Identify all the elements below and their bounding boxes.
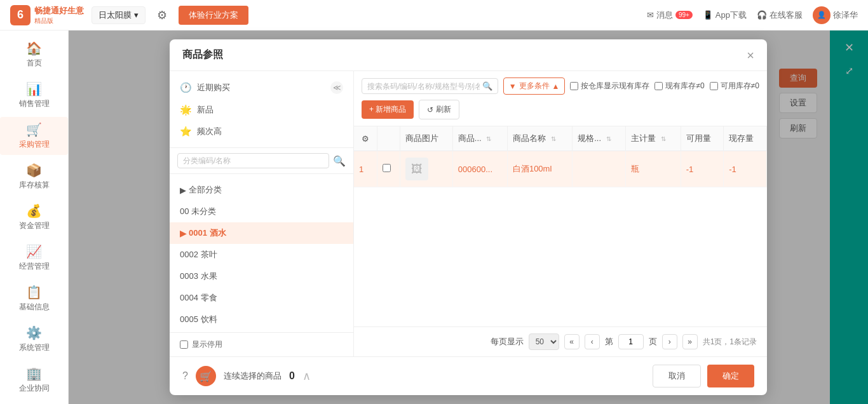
warehouse-stock-checkbox[interactable] bbox=[570, 82, 578, 90]
th-code[interactable]: 商品... ⇅ bbox=[452, 126, 507, 151]
sidebar-item-finance[interactable]: 💰 资金管理 bbox=[0, 198, 68, 236]
per-page-select[interactable]: 50 bbox=[529, 333, 559, 350]
cart-count: 0 bbox=[289, 370, 295, 382]
enterprise-icon: 🏢 bbox=[26, 366, 42, 381]
modal-header: 商品参照 × bbox=[170, 39, 767, 71]
settings-icon[interactable]: ⚙ bbox=[153, 6, 171, 24]
sidebar-item-basic[interactable]: 📋 基础信息 bbox=[0, 279, 68, 318]
main-layout: 🏠 首页 📊 销售管理 🛒 采购管理 📦 库存核算 💰 资金管理 📈 经营管理 … bbox=[0, 30, 868, 404]
refresh-btn[interactable]: ↺ 刷新 bbox=[419, 100, 459, 119]
show-disabled-checkbox[interactable] bbox=[180, 340, 188, 349]
product-search-wrap: 🔍 bbox=[362, 78, 498, 94]
first-page-btn[interactable]: « bbox=[564, 334, 580, 349]
category-item-0005[interactable]: 0005 饮料 bbox=[170, 309, 353, 330]
app-download-btn[interactable]: 📱 App下载 bbox=[703, 10, 747, 21]
collapse-left-btn[interactable]: ≪ bbox=[330, 81, 343, 94]
sidebar-item-guide[interactable]: 🎯 新手引导 bbox=[0, 401, 68, 404]
available-stock-checkbox[interactable] bbox=[654, 82, 663, 90]
th-unit[interactable]: 主计量 ⇅ bbox=[626, 126, 681, 151]
th-stock: 现存量 bbox=[724, 126, 767, 151]
usable-stock-checkbox[interactable] bbox=[710, 82, 718, 90]
product-reference-modal: 商品参照 × 🕐 近期购买 ≪ � bbox=[170, 39, 767, 395]
notification-icon: ✉ bbox=[647, 10, 654, 20]
checkbox-usable-stock[interactable]: 可用库存≠0 bbox=[710, 81, 759, 91]
tab-new-products[interactable]: 🌟 新品 bbox=[170, 99, 353, 121]
row-available: -1 bbox=[681, 151, 724, 187]
help-icon[interactable]: ? bbox=[182, 370, 188, 382]
category-search-input[interactable] bbox=[177, 153, 329, 168]
last-page-btn[interactable]: » bbox=[682, 334, 698, 349]
recent-icon: 🕐 bbox=[180, 82, 192, 93]
show-disabled-area: 显示停用 bbox=[170, 332, 353, 356]
category-item-0001[interactable]: ▶ 0001 酒水 bbox=[170, 222, 353, 244]
sidebar-item-enterprise[interactable]: 🏢 企业协同 bbox=[0, 361, 68, 399]
avatar: 👤 bbox=[813, 6, 831, 24]
tab-frequent[interactable]: ⭐ 频次高 bbox=[170, 121, 353, 142]
checkbox-available-stock[interactable]: 现有库存≠0 bbox=[654, 81, 704, 91]
page-label: 第 bbox=[605, 336, 613, 347]
page-suffix-label: 页 bbox=[649, 336, 657, 347]
checkbox-warehouse-stock[interactable]: 按仓库显示现有库存 bbox=[570, 81, 649, 91]
table-row[interactable]: 1 🖼 000600... bbox=[354, 151, 767, 187]
refresh-icon: ↺ bbox=[427, 105, 433, 114]
category-item-00[interactable]: 00 未分类 bbox=[170, 201, 353, 222]
more-filter-btn[interactable]: ▼ 更多条件 ▲ bbox=[503, 77, 566, 95]
category-item-0003[interactable]: 0003 水果 bbox=[170, 266, 353, 287]
sort-code-icon: ⇅ bbox=[486, 135, 491, 142]
category-item-0002[interactable]: 0002 茶叶 bbox=[170, 244, 353, 266]
arrow-right-icon: ▶ bbox=[180, 185, 186, 195]
th-spec[interactable]: 规格... ⇅ bbox=[573, 126, 626, 151]
sidebar-item-purchase[interactable]: 🛒 采购管理 bbox=[0, 117, 68, 155]
th-gear[interactable]: ⚙ bbox=[354, 126, 377, 151]
inventory-icon: 📦 bbox=[26, 163, 42, 178]
category-item-all[interactable]: ▶ 全部分类 bbox=[170, 179, 353, 201]
sidebar-item-home[interactable]: 🏠 首页 bbox=[0, 36, 68, 74]
notification-btn[interactable]: ✉ 消息 99+ bbox=[647, 10, 693, 21]
prev-page-btn[interactable]: ‹ bbox=[585, 334, 600, 349]
home-icon: 🏠 bbox=[26, 41, 42, 56]
row-code: 000600... bbox=[452, 151, 507, 187]
cancel-btn[interactable]: 取消 bbox=[653, 365, 701, 387]
sort-unit-icon: ⇅ bbox=[661, 135, 666, 142]
category-list: ▶ 全部分类 00 未分类 ▶ 0001 酒水 0002 茶 bbox=[170, 174, 353, 332]
logo-icon: 6 bbox=[10, 5, 31, 25]
sidebar-item-operation[interactable]: 📈 经营管理 bbox=[0, 239, 68, 277]
row-unit: 瓶 bbox=[626, 151, 681, 187]
modal-close-btn[interactable]: × bbox=[747, 49, 754, 62]
next-page-btn[interactable]: › bbox=[662, 334, 677, 349]
right-panel: 🔍 ▼ 更多条件 ▲ 按仓库显示现有库存 bbox=[354, 71, 767, 356]
th-name[interactable]: 商品名称 ⇅ bbox=[507, 126, 572, 151]
nav-company-selector[interactable]: 日太阳膜 ▾ bbox=[92, 6, 146, 24]
tab-recent-purchase[interactable]: 🕐 近期购买 ≪ bbox=[170, 76, 353, 99]
search-icon: 🔍 bbox=[482, 81, 492, 91]
chevron-down-icon: ▾ bbox=[134, 10, 139, 20]
product-search-input[interactable] bbox=[367, 82, 480, 91]
filter-icon: ▼ bbox=[509, 82, 517, 91]
sidebar-item-system[interactable]: ⚙️ 系统管理 bbox=[0, 320, 68, 358]
online-service-btn[interactable]: 🎧 在线客服 bbox=[757, 10, 803, 21]
row-checkbox[interactable] bbox=[383, 164, 391, 172]
cart-icon-btn[interactable]: 🛒 bbox=[196, 366, 216, 386]
sidebar-item-inventory[interactable]: 📦 库存核算 bbox=[0, 158, 68, 196]
trial-btn[interactable]: 体验行业方案 bbox=[179, 6, 248, 25]
sales-icon: 📊 bbox=[26, 81, 42, 97]
row-checkbox-cell[interactable] bbox=[377, 151, 400, 187]
system-icon: ⚙️ bbox=[26, 325, 42, 340]
confirm-btn[interactable]: 确定 bbox=[707, 365, 754, 387]
frequent-icon: ⭐ bbox=[180, 126, 192, 137]
th-image: 商品图片 bbox=[400, 126, 452, 151]
category-search: 🔍 bbox=[170, 148, 353, 174]
sidebar-item-sales[interactable]: 📊 销售管理 bbox=[0, 76, 68, 114]
left-sidebar: 🏠 首页 📊 销售管理 🛒 采购管理 📦 库存核算 💰 资金管理 📈 经营管理 … bbox=[0, 30, 69, 404]
collapse-footer-icon[interactable]: ∧ bbox=[302, 369, 311, 383]
add-product-btn[interactable]: + 新增商品 bbox=[362, 100, 414, 119]
category-search-icon[interactable]: 🔍 bbox=[333, 155, 346, 167]
page-number-input[interactable] bbox=[618, 334, 644, 349]
row-name: 白酒100ml bbox=[507, 151, 572, 187]
basic-icon: 📋 bbox=[26, 285, 42, 300]
th-check bbox=[377, 126, 400, 151]
finance-icon: 💰 bbox=[26, 203, 42, 219]
user-avatar[interactable]: 👤 徐泽华 bbox=[813, 6, 858, 24]
logo-text: 畅捷通好生意 精品版 bbox=[34, 5, 84, 25]
category-item-0004[interactable]: 0004 零食 bbox=[170, 287, 353, 309]
